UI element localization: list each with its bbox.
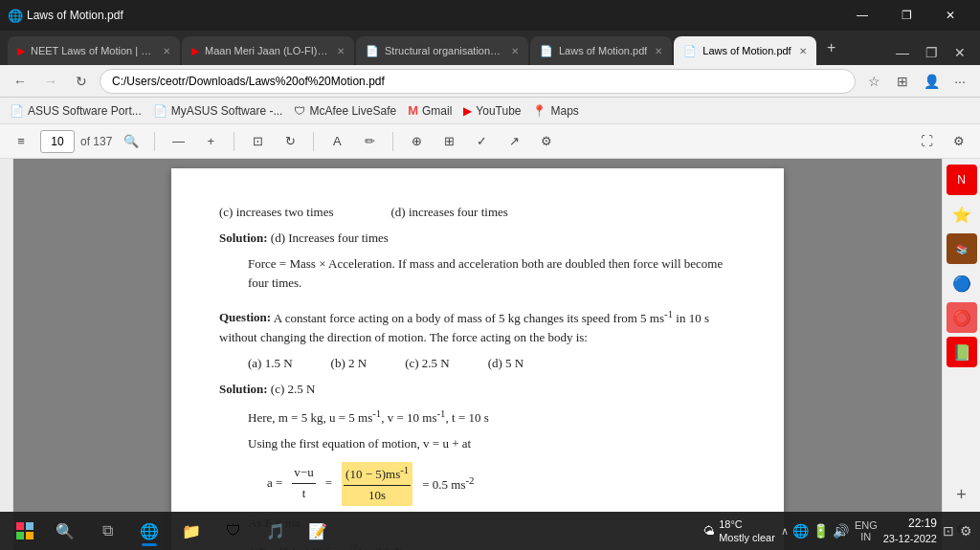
arrow-btn[interactable]: ↗	[501, 128, 527, 155]
q2-choice-d: (d) 5 N	[488, 354, 524, 374]
tab-2[interactable]: ▶ Maan Meri Jaan (LO-FI) | Cha... ✕	[182, 36, 354, 65]
q2-choice-a: (a) 1.5 N	[248, 354, 293, 374]
edge-icon: 🌐	[140, 522, 159, 540]
annotate-btn[interactable]: ✏	[356, 128, 383, 155]
sidebar-icon-3[interactable]: 📚	[947, 233, 977, 264]
page-number-input[interactable]	[40, 130, 75, 153]
tray-volume-icon[interactable]: 🔊	[833, 523, 849, 539]
using-text: Using the first equation of motion, v = …	[248, 434, 736, 454]
formula-line: a = v−u t = (10 − 5)ms-1 10s = 0.5 ms-2	[267, 462, 736, 506]
sidebar-icon-4[interactable]: 🔵	[947, 268, 977, 298]
taskbar-vlc[interactable]: 🎵	[256, 514, 295, 548]
refresh-btn[interactable]: ↻	[69, 69, 94, 94]
browser-minimize-btn[interactable]: —	[890, 40, 915, 65]
pdf-viewer: ≡ of 137 🔍 — + ⊡ ↻ A ✏ ⊕ ⊞ ✓ ↗ ⚙ ⛶ ⚙ (c)…	[0, 124, 980, 550]
zoom-out-btn[interactable]: —	[165, 128, 191, 155]
tray-battery-icon[interactable]: 🔋	[813, 523, 829, 539]
taskbar-settings-btn[interactable]: ⚙	[960, 523, 972, 539]
start-btn[interactable]	[8, 514, 42, 548]
tab-4-label: Laws of Motion.pdf	[559, 45, 647, 56]
weather-desc: Mostly clear	[719, 531, 775, 544]
sidebar-icon-2[interactable]: ⭐	[947, 199, 977, 230]
tray-network-icon[interactable]: 🌐	[792, 523, 809, 539]
taskbar-task-view[interactable]: ⧉	[88, 514, 126, 548]
new-tab-btn[interactable]: +	[818, 34, 845, 61]
taskbar-edge[interactable]: 🌐	[130, 514, 168, 548]
view-btn[interactable]: ⊞	[435, 128, 462, 155]
bookmark-maps[interactable]: 📍 Maps	[532, 104, 578, 118]
notification-btn[interactable]: ⊡	[943, 523, 954, 539]
q2-choices: (a) 1.5 N (b) 2 N (c) 2.5 N (d) 5 N	[248, 354, 736, 374]
rotate-btn[interactable]: ↻	[277, 128, 303, 155]
tab-1-close[interactable]: ✕	[163, 46, 170, 56]
tray-up-arrow[interactable]: ∧	[781, 525, 789, 538]
svg-rect-1	[26, 522, 33, 530]
back-btn[interactable]: ←	[8, 69, 33, 94]
taskbar-search[interactable]: 🔍	[46, 514, 84, 548]
browser-restore-btn[interactable]: ❐	[919, 40, 944, 65]
tab-3-close[interactable]: ✕	[511, 46, 519, 56]
tray-time-block[interactable]: 22:19 23-12-2022	[883, 516, 937, 546]
tab-4[interactable]: 📄 Laws of Motion.pdf ✕	[530, 36, 672, 65]
tab-3-label: Structural organisations in an...	[385, 45, 503, 56]
asus-port-label: ASUS Software Port...	[28, 104, 142, 118]
tab-2-close[interactable]: ✕	[337, 46, 345, 56]
browser-close-icon[interactable]: ✕	[947, 40, 972, 65]
sidebar-icon-1[interactable]: N	[947, 165, 977, 195]
choice-d-text: (d) increases four times	[390, 203, 507, 223]
check-btn[interactable]: ✓	[468, 128, 495, 155]
formula-eq: =	[325, 473, 332, 494]
pdf-page: (c) increases two times (d) increases fo…	[171, 168, 784, 550]
fit-btn[interactable]: ⊡	[244, 128, 271, 155]
collections-btn[interactable]: ⊞	[890, 69, 915, 94]
youtube-label: YouTube	[476, 104, 521, 118]
close-btn[interactable]: ✕	[928, 0, 972, 31]
pdf-main[interactable]: (c) increases two times (d) increases fo…	[13, 159, 942, 550]
zoom-in-btn[interactable]: +	[197, 128, 224, 155]
tab-5-favicon: 📄	[683, 45, 697, 57]
tab-4-close[interactable]: ✕	[655, 46, 662, 56]
maximize-btn[interactable]: ❐	[884, 0, 928, 31]
bookmark-myasus[interactable]: 📄 MyASUS Software -...	[153, 104, 283, 118]
page-total: of 137	[80, 135, 112, 148]
settings-btn[interactable]: ···	[947, 69, 972, 94]
tab-5-close[interactable]: ✕	[799, 46, 807, 56]
tab-1[interactable]: ▶ NEET Laws of Motion | Part 1 ✕	[8, 36, 180, 65]
using-content: Using the first equation of motion, v = …	[248, 436, 471, 451]
title-bar: 🌐 Laws of Motion.pdf — ❐ ✕	[0, 0, 980, 31]
choice-c-text: (c) increases two times	[219, 203, 333, 223]
address-input[interactable]	[100, 69, 856, 94]
settings-pdf-btn[interactable]: ⚙	[533, 128, 560, 155]
lang-indicator[interactable]: ENGIN	[855, 519, 878, 542]
account-btn[interactable]: 👤	[919, 69, 944, 94]
bookmark-mcafee[interactable]: 🛡 McAfee LiveSafe	[294, 104, 396, 118]
minimize-btn[interactable]: —	[840, 0, 884, 31]
taskbar-explorer[interactable]: 📁	[172, 514, 211, 548]
tab-1-favicon: ▶	[17, 45, 25, 57]
taskbar-mcafee[interactable]: 🛡	[214, 514, 253, 548]
tab-3[interactable]: 📄 Structural organisations in an... ✕	[356, 36, 528, 65]
sidebar-icon-5[interactable]: ⭕	[947, 302, 977, 333]
pdf-left-strip	[0, 159, 13, 550]
more-btn[interactable]: ⊕	[403, 128, 430, 155]
bookmark-asus-port[interactable]: 📄 ASUS Software Port...	[10, 104, 142, 118]
fullscreen-btn[interactable]: ⛶	[913, 128, 940, 155]
pdf-search-btn[interactable]: 🔍	[118, 128, 145, 155]
svg-rect-2	[16, 532, 24, 539]
bookmark-youtube[interactable]: ▶ YouTube	[463, 104, 521, 118]
toolbar-icons: ☆ ⊞ 👤 ···	[861, 69, 972, 94]
bookmark-gmail[interactable]: M Gmail	[408, 103, 452, 118]
tab-bar: ▶ NEET Laws of Motion | Part 1 ✕ ▶ Maan …	[0, 31, 980, 65]
pdf-settings-btn[interactable]: ⚙	[946, 128, 972, 155]
pdf-menu-btn[interactable]: ≡	[8, 128, 34, 155]
sidebar-icon-6[interactable]: 📗	[947, 337, 977, 367]
tray-icons: ∧ 🌐 🔋 🔊	[781, 523, 849, 539]
sidebar-add-btn[interactable]: +	[947, 479, 977, 510]
text-select-btn[interactable]: A	[323, 128, 350, 155]
favorites-btn[interactable]: ☆	[861, 69, 886, 94]
weather-widget[interactable]: 🌤 18°C Mostly clear	[703, 517, 775, 545]
forward-btn[interactable]: →	[38, 69, 63, 94]
maps-icon: 📍	[532, 104, 546, 118]
tab-5[interactable]: 📄 Laws of Motion.pdf ✕	[674, 36, 815, 65]
taskbar-office[interactable]: 📝	[299, 514, 337, 548]
